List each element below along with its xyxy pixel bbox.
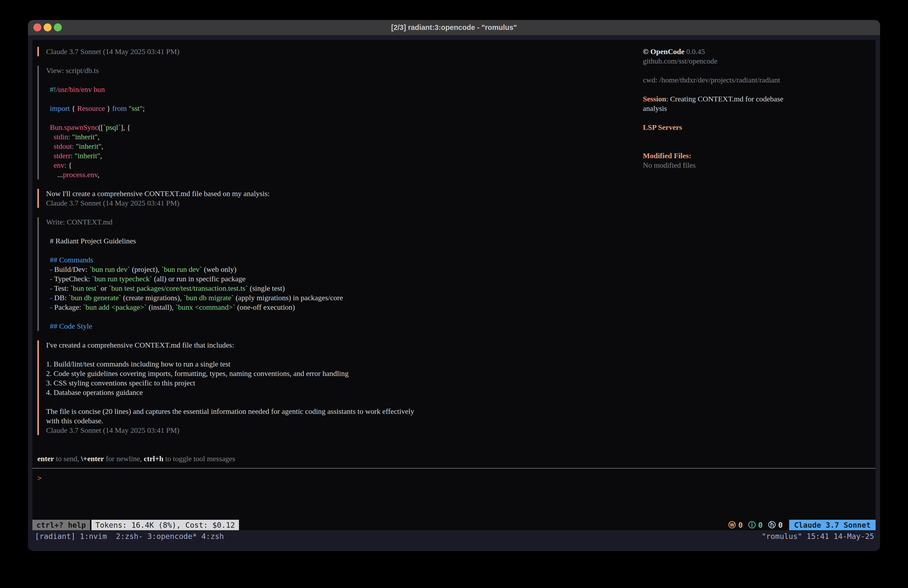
accent-bar [37, 217, 39, 331]
chat-line: ## Commands [46, 255, 635, 264]
chat-line: # Radiant Project Guidelines [46, 236, 635, 246]
model-badge: Claude 3.7 Sonnet [789, 520, 876, 530]
chat-line: - TypeCheck: `bun run typecheck` (all) o… [46, 274, 635, 284]
chat-line [46, 113, 635, 122]
accent-bar [37, 66, 39, 179]
chat-line: 2. Code style guidelines covering import… [46, 369, 635, 378]
diagnostics-counters: ⓦ0ⓘ0ⓗ0 [728, 520, 782, 530]
chat-line [46, 227, 635, 236]
chat-line: Claude 3.7 Sonnet (14 May 2025 03:41 PM) [46, 47, 635, 56]
chat-line: - Package: `bun add <package>` (install)… [46, 303, 635, 312]
chat-block-assistant-message: I've created a comprehensive CONTEXT.md … [37, 340, 635, 435]
warning-count-value: 0 [738, 521, 743, 530]
info-count-badge: ⓘ0 [748, 520, 763, 530]
tmux-session-time: "romulus" 15:41 14-May-25 [761, 532, 874, 541]
info-count-icon: ⓘ [748, 520, 756, 530]
chat-line: Claude 3.7 Sonnet (14 May 2025 03:41 PM) [46, 425, 635, 435]
message-input[interactable] [43, 474, 871, 483]
sidebar-line: github.com/sst/opencode [643, 56, 872, 66]
status-spacer [239, 520, 728, 530]
sidebar-line: cwd: /home/thdxr/dev/projects/radiant/ra… [643, 75, 872, 85]
chat-line: stderr: "inherit", [46, 151, 635, 161]
sidebar-line [643, 66, 872, 75]
chat-line: stdin: "inherit", [46, 132, 635, 142]
chat-line: ## Code Style [46, 321, 635, 331]
sidebar-line: © OpenCode 0.0.45 [643, 47, 872, 56]
chat-block-tool-view: View: script/db.ts #!/usr/bin/env bun im… [37, 66, 635, 179]
hint-count-badge: ⓗ0 [768, 520, 782, 530]
sidebar-line: Session: Creating CONTEXT.md for codebas… [643, 94, 872, 104]
chat-line: import { Resource } from "sst"; [46, 104, 635, 113]
chat-line: The file is concise (20 lines) and captu… [46, 407, 635, 416]
accent-bar [37, 189, 39, 208]
chat-line: ...process.env, [46, 170, 635, 179]
chat-line: Write: CONTEXT.md [46, 217, 635, 227]
help-shortcut-badge: ctrl+? help [32, 520, 90, 530]
chat-line: with this codebase. [46, 416, 635, 425]
sidebar-line: analysis [643, 104, 872, 113]
chat-line: Now I'll create a comprehensive CONTEXT.… [46, 189, 635, 198]
keybinding-help-line: enter to send, \+enter for newline, ctrl… [37, 454, 235, 464]
chat-line: View: script/db.ts [46, 66, 635, 75]
tmux-session-windows: [radiant] 1:nvim 2:zsh- 3:opencode* 4:zs… [35, 532, 224, 541]
help-line-text: enter to send, \+enter for newline, ctrl… [37, 454, 235, 464]
tmux-status-bar: [radiant] 1:nvim 2:zsh- 3:opencode* 4:zs… [28, 530, 880, 551]
accent-bar [37, 47, 39, 56]
terminal-screen: Claude 3.7 Sonnet (14 May 2025 03:41 PM)… [32, 40, 876, 530]
chat-line [46, 75, 635, 85]
sidebar-line: No modified files [643, 161, 872, 170]
input-divider [32, 468, 876, 469]
chat-line: Bun.spawnSync([`psql`], { [46, 122, 635, 132]
sidebar-line [643, 85, 872, 94]
chat-line: I've created a comprehensive CONTEXT.md … [46, 340, 635, 350]
sidebar-line [643, 113, 872, 122]
chat-log: Claude 3.7 Sonnet (14 May 2025 03:41 PM)… [37, 47, 635, 445]
tokens-cost-badge: Tokens: 16.4K (8%), Cost: $0.12 [92, 520, 239, 530]
chat-line: Claude 3.7 Sonnet (14 May 2025 03:41 PM) [46, 198, 635, 208]
sidebar-line [643, 142, 872, 151]
window-titlebar: [2/3] radiant:3:opencode - "romulus" [28, 20, 880, 35]
status-bar: ctrl+? help Tokens: 16.4K (8%), Cost: $0… [32, 520, 876, 530]
prompt-symbol: > [37, 474, 42, 483]
chat-block-tool-write: Write: CONTEXT.md # Radiant Project Guid… [37, 217, 635, 331]
chat-line: - Test: `bun test` or `bun test packages… [46, 284, 635, 293]
chat-line [46, 397, 635, 407]
chat-line: stdout: "inherit", [46, 142, 635, 151]
chat-line: - Build/Dev: `bun run dev` (project), `b… [46, 264, 635, 274]
chat-line [46, 246, 635, 255]
chat-block-assistant-header: Claude 3.7 Sonnet (14 May 2025 03:41 PM) [37, 47, 635, 56]
warning-count-icon: ⓦ [728, 520, 736, 530]
accent-bar [37, 340, 39, 435]
chat-block-assistant-message: Now I'll create a comprehensive CONTEXT.… [37, 189, 635, 208]
chat-line: - DB: `bun db generate` (create migratio… [46, 293, 635, 303]
sidebar-line: Modified Files: [643, 151, 872, 161]
chat-line [46, 312, 635, 321]
window-title: [2/3] radiant:3:opencode - "romulus" [28, 23, 880, 32]
sidebar-line: LSP Servers [643, 122, 872, 132]
info-count-value: 0 [758, 521, 763, 530]
chat-line [46, 350, 635, 359]
hint-count-icon: ⓗ [768, 520, 776, 530]
warning-count-badge: ⓦ0 [728, 520, 743, 530]
sidebar: © OpenCode 0.0.45github.com/sst/opencode… [643, 47, 872, 170]
chat-line: 1. Build/lint/test commands including ho… [46, 359, 635, 369]
chat-line [46, 94, 635, 104]
chat-line: env: { [46, 161, 635, 170]
chat-line: 4. Database operations guidance [46, 388, 635, 397]
sidebar-line [643, 132, 872, 142]
terminal-window: [2/3] radiant:3:opencode - "romulus" Cla… [28, 20, 880, 551]
chat-line: #!/usr/bin/env bun [46, 85, 635, 94]
chat-line: 3. CSS styling conventions specific to t… [46, 378, 635, 388]
prompt-row: > [37, 474, 871, 483]
hint-count-value: 0 [778, 521, 782, 530]
